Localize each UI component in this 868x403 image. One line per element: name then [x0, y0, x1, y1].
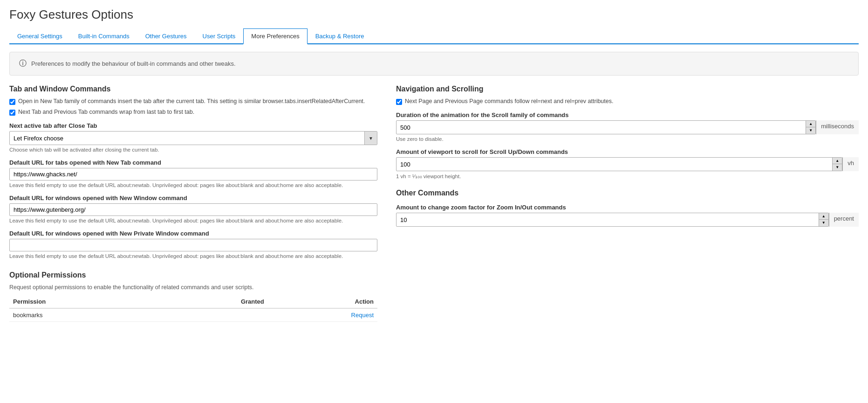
scroll-duration-input-wrapper: ▲ ▼: [396, 120, 816, 134]
default-url-private-input[interactable]: [9, 239, 377, 251]
checkbox-insert-after-current: Open in New Tab family of commands inser…: [9, 98, 377, 105]
scroll-viewport-up[interactable]: ▲: [833, 158, 842, 164]
default-url-newwindow-input[interactable]: [9, 203, 377, 216]
next-active-tab-hint: Choose which tab will be activated after…: [9, 147, 377, 153]
zoom-spinners: ▲ ▼: [819, 213, 828, 226]
permissions-col-granted: Granted: [156, 295, 267, 308]
app-title: Foxy Gestures Options: [9, 7, 859, 22]
tab-bar: General Settings Built-in Commands Other…: [9, 28, 859, 44]
tab-other-gestures[interactable]: Other Gestures: [137, 28, 195, 44]
scroll-duration-up[interactable]: ▲: [806, 121, 815, 127]
tab-general-settings[interactable]: General Settings: [9, 28, 70, 44]
scroll-viewport-label: Amount of viewport to scroll for Scroll …: [396, 148, 859, 155]
scroll-duration-spinners: ▲ ▼: [806, 121, 815, 134]
checkbox-insert-after-current-input[interactable]: [9, 99, 15, 105]
scroll-duration-down[interactable]: ▼: [806, 127, 815, 134]
default-url-newtab-hint: Leave this field empty to use the defaul…: [9, 182, 377, 188]
tab-backup-restore[interactable]: Backup & Restore: [308, 28, 372, 44]
permissions-table: Permission Granted Action bookmarksReque…: [9, 295, 377, 322]
scroll-viewport-input-wrapper: ▲ ▼: [396, 157, 842, 171]
checkbox-wrap-tabs-label: Next Tab and Previous Tab commands wrap …: [18, 109, 194, 115]
tab-window-commands-title: Tab and Window Commands: [9, 85, 377, 93]
scroll-duration-unit: milliseconds: [816, 120, 859, 134]
action-cell[interactable]: Request: [268, 308, 377, 322]
optional-permissions-title: Optional Permissions: [9, 271, 377, 279]
permissions-col-permission: Permission: [9, 295, 156, 308]
optional-permissions-desc: Request optional permissions to enable t…: [9, 284, 377, 291]
checkbox-wrap-tabs-input[interactable]: [9, 110, 15, 116]
default-url-newwindow-hint: Leave this field empty to use the defaul…: [9, 218, 377, 223]
permissions-col-action: Action: [268, 295, 377, 308]
scroll-duration-input[interactable]: [396, 122, 806, 133]
checkbox-rel-next-prev-label: Next Page and Previous Page commands fol…: [405, 98, 613, 104]
zoom-unit: percent: [829, 213, 859, 227]
scroll-viewport-input[interactable]: [396, 159, 832, 170]
next-active-tab-arrow[interactable]: ▼: [364, 132, 377, 145]
other-commands-title: Other Commands: [396, 189, 859, 197]
scroll-viewport-spinners: ▲ ▼: [832, 158, 842, 171]
table-row: bookmarksRequest: [9, 308, 377, 322]
zoom-down[interactable]: ▼: [819, 220, 828, 226]
tab-built-in-commands[interactable]: Built-in Commands: [70, 28, 137, 44]
tab-more-preferences[interactable]: More Preferences: [243, 28, 307, 44]
optional-permissions-section: Optional Permissions Request optional pe…: [9, 271, 377, 322]
zoom-label: Amount to change zoom factor for Zoom In…: [396, 204, 859, 211]
main-content: Tab and Window Commands Open in New Tab …: [9, 85, 859, 322]
zoom-up[interactable]: ▲: [819, 213, 828, 220]
checkbox-rel-next-prev: Next Page and Previous Page commands fol…: [396, 98, 859, 105]
zoom-input-wrapper: ▲ ▼: [396, 213, 829, 227]
granted-cell: [156, 308, 267, 322]
default-url-newtab-label: Default URL for tabs opened with New Tab…: [9, 159, 377, 166]
scroll-viewport-unit: vh: [842, 157, 859, 171]
request-link[interactable]: Request: [351, 312, 374, 319]
next-active-tab-label: Next active tab after Close Tab: [9, 122, 377, 129]
info-box: ⓘ Preferences to modify the behaviour of…: [9, 52, 859, 76]
nav-scrolling-title: Navigation and Scrolling: [396, 85, 859, 93]
checkbox-rel-next-prev-input[interactable]: [396, 99, 402, 105]
zoom-input[interactable]: [396, 214, 819, 226]
checkbox-wrap-tabs: Next Tab and Previous Tab commands wrap …: [9, 109, 377, 116]
next-active-tab-select-wrapper: Let Firefox choose ▼: [9, 131, 377, 145]
scroll-duration-label: Duration of the animation for the Scroll…: [396, 111, 859, 118]
checkbox-insert-after-current-label: Open in New Tab family of commands inser…: [18, 98, 365, 104]
left-column: Tab and Window Commands Open in New Tab …: [9, 85, 377, 322]
permission-cell: bookmarks: [9, 308, 156, 322]
scroll-viewport-down[interactable]: ▼: [833, 164, 842, 171]
right-column: Navigation and Scrolling Next Page and P…: [396, 85, 859, 322]
default-url-private-label: Default URL for windows opened with New …: [9, 230, 377, 237]
tab-user-scripts[interactable]: User Scripts: [195, 28, 244, 44]
scroll-duration-hint: Use zero to disable.: [396, 136, 859, 142]
default-url-newwindow-label: Default URL for windows opened with New …: [9, 195, 377, 202]
scroll-viewport-hint: 1 vh = ¹⁄₁₀₀ viewport height.: [396, 173, 859, 180]
info-box-text: Preferences to modify the behaviour of b…: [31, 60, 236, 67]
default-url-private-hint: Leave this field empty to use the defaul…: [9, 253, 377, 259]
next-active-tab-select[interactable]: Let Firefox choose: [10, 132, 364, 144]
default-url-newtab-input[interactable]: [9, 168, 377, 181]
info-icon: ⓘ: [19, 59, 27, 69]
